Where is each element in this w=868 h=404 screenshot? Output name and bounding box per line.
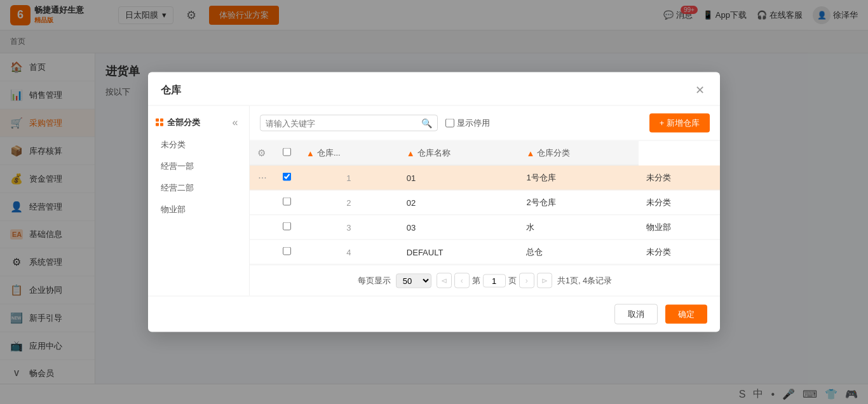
search-input-wrap: 🔍 [260, 115, 438, 131]
row-checkbox[interactable] [283, 222, 291, 231]
row-category: 未分类 [639, 239, 720, 264]
row-checkbox-cell [275, 190, 299, 215]
col-category-sort[interactable]: ▲ 仓库分类 [526, 147, 631, 159]
category-item-unclassified[interactable]: 未分类 [148, 134, 249, 156]
table-row[interactable]: ··· 1 01 1号仓库 未分类 [250, 165, 720, 190]
row-category: 物业部 [639, 215, 720, 239]
row-name: 2号仓库 [519, 190, 639, 215]
show-disabled-label[interactable]: 显示停用 [445, 118, 490, 129]
row-checkbox-cell [275, 165, 299, 190]
page-label: 第 [472, 275, 480, 286]
row-code: DEFAULT [399, 239, 519, 264]
row-category: 未分类 [639, 165, 720, 190]
table-row[interactable]: 2 02 2号仓库 未分类 [250, 190, 720, 215]
col-category: ▲ 仓库分类 [519, 141, 639, 166]
page-nav: ⊲ ‹ 第 页 › ⊳ [437, 273, 552, 288]
first-page-btn[interactable]: ⊲ [437, 273, 452, 288]
search-icon[interactable]: 🔍 [421, 118, 432, 128]
warehouse-dialog: 仓库 ✕ 全部分类 « 未分类 经营一部 经营二部 物业部 [148, 72, 720, 332]
table-header: ⚙ ▲ 仓库... [250, 141, 720, 166]
confirm-button[interactable]: 确定 [665, 305, 707, 324]
dialog-header: 仓库 ✕ [148, 72, 720, 106]
row-settings-cell [250, 190, 275, 215]
row-name: 1号仓库 [519, 165, 639, 190]
category-header: 全部分类 « [148, 111, 249, 134]
col-code-sort[interactable]: ▲ 仓库... [306, 147, 391, 159]
sort-icon: ▲ [306, 148, 315, 158]
dialog-close-button[interactable]: ✕ [692, 83, 707, 98]
per-page-label: 每页显示 [358, 275, 391, 286]
row-checkbox[interactable] [283, 198, 291, 206]
category-panel: 全部分类 « 未分类 经营一部 经营二部 物业部 [148, 106, 250, 296]
page-suffix: 页 [508, 275, 517, 286]
dialog-body: 全部分类 « 未分类 经营一部 经营二部 物业部 🔍 显示停用 + 新 [148, 106, 720, 296]
table-row[interactable]: 4 DEFAULT 总仓 未分类 [250, 239, 720, 264]
sort-icon-name: ▲ [407, 148, 415, 158]
row-code: 02 [399, 190, 519, 215]
page-input[interactable] [483, 274, 506, 287]
col-name-sort[interactable]: ▲ 仓库名称 [407, 147, 512, 159]
warehouse-table: ⚙ ▲ 仓库... [250, 141, 720, 265]
cancel-button[interactable]: 取消 [614, 304, 658, 325]
table: ⚙ ▲ 仓库... [250, 141, 720, 265]
dialog-footer: 取消 确定 [148, 296, 720, 332]
search-bar: 🔍 显示停用 + 新增仓库 [250, 106, 720, 141]
grid-icon [156, 119, 163, 126]
last-page-btn[interactable]: ⊳ [537, 273, 552, 288]
row-checkbox[interactable] [283, 173, 291, 181]
row-number: 1 [299, 165, 399, 190]
row-settings-cell: ··· [250, 165, 275, 190]
row-name: 水 [519, 215, 639, 239]
all-categories-btn[interactable]: 全部分类 [156, 117, 200, 128]
category-item-dept1[interactable]: 经营一部 [148, 156, 249, 177]
per-page-select[interactable]: 50 10 20 100 [396, 273, 431, 288]
main-panel: 🔍 显示停用 + 新增仓库 ⚙ [250, 106, 720, 296]
category-item-property[interactable]: 物业部 [148, 199, 249, 220]
col-name: ▲ 仓库名称 [399, 141, 519, 166]
row-code: 01 [399, 165, 519, 190]
sort-icon-cat: ▲ [526, 148, 534, 158]
add-warehouse-button[interactable]: + 新增仓库 [649, 114, 710, 133]
col-checkbox [275, 141, 299, 166]
row-checkbox-cell [275, 215, 299, 239]
more-icon[interactable]: ··· [258, 172, 266, 183]
total-info: 共1页, 4条记录 [557, 275, 613, 286]
row-number: 4 [299, 239, 399, 264]
prev-page-btn[interactable]: ‹ [454, 273, 470, 288]
row-settings-cell [250, 239, 275, 264]
column-settings-icon[interactable]: ⚙ [257, 147, 266, 158]
row-number: 3 [299, 215, 399, 239]
col-settings: ⚙ [250, 141, 275, 166]
pagination: 每页显示 50 10 20 100 ⊲ ‹ 第 页 › ⊳ 共1页, 4条记录 [250, 265, 720, 296]
table-body: ··· 1 01 1号仓库 未分类 2 02 2号仓库 未分类 [250, 165, 720, 264]
row-name: 总仓 [519, 239, 639, 264]
col-code: ▲ 仓库... [299, 141, 399, 166]
row-settings-cell [250, 215, 275, 239]
row-checkbox-cell [275, 239, 299, 264]
row-checkbox[interactable] [283, 247, 291, 255]
dialog-title: 仓库 [161, 83, 181, 97]
row-code: 03 [399, 215, 519, 239]
table-row[interactable]: 3 03 水 物业部 [250, 215, 720, 239]
row-category: 未分类 [639, 190, 720, 215]
row-number: 2 [299, 190, 399, 215]
search-input[interactable] [266, 118, 421, 128]
show-disabled-checkbox[interactable] [445, 119, 454, 128]
category-item-dept2[interactable]: 经营二部 [148, 177, 249, 199]
collapse-button[interactable]: « [229, 116, 241, 129]
all-categories-label: 全部分类 [167, 117, 200, 128]
select-all-checkbox[interactable] [283, 148, 291, 156]
next-page-btn[interactable]: › [519, 273, 534, 288]
